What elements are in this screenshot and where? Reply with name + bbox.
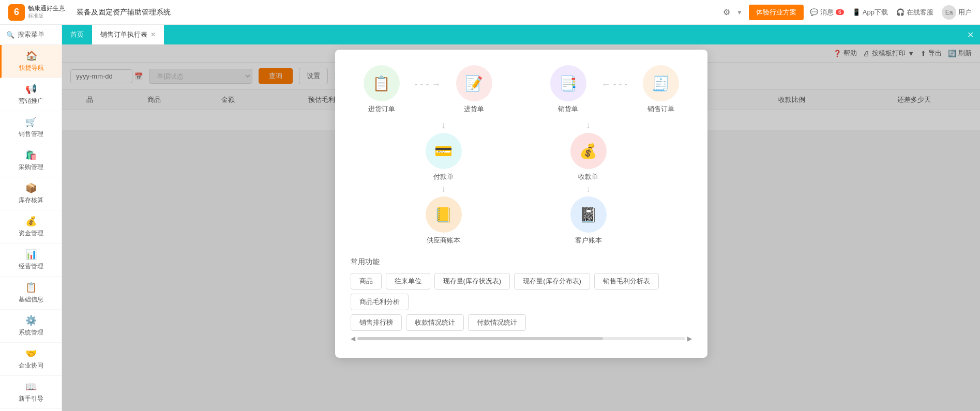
tab-sales-order-label: 销售订单执行表	[100, 30, 147, 39]
sidebar-item-enterprise[interactable]: 🤝 企业协同	[0, 343, 62, 376]
sidebar-label-inventory: 库存核算	[19, 196, 43, 205]
purchase-icon: 🛍️	[25, 149, 37, 161]
page-content: ❓ 帮助 🖨 按模板打印 ▼ ⬆ 导出 🔄 刷新	[62, 44, 980, 411]
flow-node-sales-order[interactable]: 🧾 销售订单	[630, 65, 692, 114]
common-title: 常用功能	[351, 257, 692, 267]
receipt-icon: 💰	[579, 143, 597, 160]
sidebar-item-basic-info[interactable]: 📋 基础信息	[0, 277, 62, 310]
logo-text-area: 畅康通好生意 标准版	[28, 5, 65, 20]
common-buttons-row-2: 销售排行榜 收款情况统计 付款情况统计	[351, 314, 692, 331]
sidebar-label-guide: 新手引导	[19, 394, 43, 403]
receipt-circle[interactable]: 💰	[570, 133, 607, 169]
sidebar-item-finance[interactable]: 💰 资金管理	[0, 210, 62, 243]
common-btn-sales-rank[interactable]: 销售排行榜	[351, 314, 402, 331]
sales-order-label: 销售订单	[647, 104, 674, 114]
inventory-icon: 📦	[25, 182, 37, 194]
sales-bill-circle[interactable]: 📑	[550, 65, 586, 101]
flow-node-sales-bill[interactable]: 📑 销货单	[537, 65, 599, 114]
sidebar-label-marketing: 营销推广	[19, 97, 43, 105]
sidebar-item-operation[interactable]: 📊 经营管理	[0, 243, 62, 277]
sidebar-item-quick-nav[interactable]: 🏠 快捷导航	[0, 45, 62, 78]
search-menu-icon: 🔍	[6, 31, 14, 39]
purchase-bill-label: 进货单	[464, 104, 484, 114]
avatar: Ea	[942, 5, 956, 20]
arrow-down-4: ↓	[586, 184, 591, 194]
search-menu-item[interactable]: 🔍 搜索菜单	[0, 25, 62, 45]
sidebar-label-enterprise: 企业协同	[19, 361, 43, 370]
logo-sub: 标准版	[28, 12, 65, 20]
sidebar-label-sys-mgmt: 系统管理	[19, 328, 43, 337]
arrow-down-2: ↓	[586, 120, 591, 131]
sales-order-icon: 🧾	[652, 75, 670, 92]
tab-close-icon[interactable]: ✕	[150, 31, 156, 38]
common-btn-receipt-stat[interactable]: 收款情况统计	[406, 314, 464, 331]
sidebar-item-guide[interactable]: 📖 新手引导	[0, 376, 62, 409]
flow-col-payment: ↓ 💳 付款单	[413, 118, 475, 181]
service-icon: 🎧	[896, 8, 904, 16]
message-label: 消息	[820, 8, 834, 17]
sales-bill-label: 销货单	[558, 104, 578, 114]
customer-account-label: 客户账本	[575, 236, 602, 245]
basic-info-icon: 📋	[25, 282, 37, 293]
flow-col-customer: ↓ 📓 客户账本	[557, 181, 620, 245]
app-container: 6 畅康通好生意 标准版 装备及固定资产辅助管理系统 ⚙ ▼ 体验行业方案 💬 …	[0, 0, 980, 411]
user-menu[interactable]: Ea 用户	[942, 5, 972, 20]
logo-area: 6 畅康通好生意 标准版	[8, 4, 70, 21]
scroll-left-icon[interactable]: ◀	[351, 335, 355, 342]
purchase-order-label: 进货订单	[368, 104, 395, 114]
supplier-account-icon: 📒	[434, 206, 453, 223]
sidebar-item-inventory[interactable]: 📦 库存核算	[0, 177, 62, 210]
message-button[interactable]: 💬 消息 6	[810, 8, 844, 17]
common-btn-partner[interactable]: 往来单位	[386, 273, 430, 290]
arrow-down-3: ↓	[441, 184, 446, 194]
common-btn-stock-status[interactable]: 现存量(库存状况表)	[434, 273, 510, 290]
payment-circle[interactable]: 💳	[426, 133, 462, 169]
header-right: 💬 消息 6 📱 App下载 🎧 在线客服 Ea 用户	[810, 5, 972, 20]
flow-node-payment[interactable]: 💳 付款单	[413, 133, 475, 181]
flow-node-receipt[interactable]: 💰 收款单	[557, 133, 620, 181]
supplier-account-circle[interactable]: 📒	[426, 196, 462, 233]
tab-bar-close-button[interactable]: ✕	[961, 30, 980, 40]
purchase-bill-icon: 📝	[465, 75, 483, 92]
scroll-track[interactable]	[357, 337, 685, 340]
flow-node-purchase-order[interactable]: 📋 进货订单	[351, 65, 413, 114]
common-btn-payment-stat[interactable]: 付款情况统计	[468, 314, 526, 331]
sidebar-item-sys-mgmt[interactable]: ⚙️ 系统管理	[0, 310, 62, 343]
sidebar-item-purchase[interactable]: 🛍️ 采购管理	[0, 144, 62, 177]
user-name: 用户	[958, 8, 972, 17]
sidebar-item-sales[interactable]: 🛒 销售管理	[0, 111, 62, 144]
common-section: 常用功能 商品 往来单位 现存量(库存状况表) 现存量(库存分布表) 销售毛利分…	[351, 257, 692, 331]
flow-node-customer-account[interactable]: 📓 客户账本	[557, 196, 620, 245]
common-btn-product[interactable]: 商品	[351, 273, 382, 290]
download-icon: 📱	[852, 8, 861, 16]
flow-node-supplier-account[interactable]: 📒 供应商账本	[413, 196, 475, 245]
payment-icon: 💳	[434, 143, 453, 160]
common-btn-product-gross[interactable]: 商品毛利分析	[351, 294, 409, 310]
customer-account-circle[interactable]: 📓	[570, 196, 607, 233]
app-download-button[interactable]: 📱 App下载	[852, 8, 888, 17]
arrow-right-1: - - - →	[413, 79, 443, 90]
try-industry-button[interactable]: 体验行业方案	[749, 5, 804, 20]
arrow-left-1: ← - - -	[599, 79, 630, 90]
tab-sales-order[interactable]: 销售订单执行表 ✕	[92, 25, 164, 44]
flow-node-purchase-bill[interactable]: 📝 进货单	[443, 65, 505, 114]
gear-button[interactable]: ⚙	[723, 7, 730, 17]
sidebar-label-quick-nav: 快捷导航	[19, 64, 44, 72]
sidebar-label-purchase: 采购管理	[19, 163, 43, 172]
common-btn-sales-gross[interactable]: 销售毛利分析表	[594, 273, 659, 290]
scroll-right-icon[interactable]: ▶	[687, 335, 692, 342]
sys-mgmt-icon: ⚙️	[25, 315, 37, 326]
sales-order-circle[interactable]: 🧾	[643, 65, 679, 101]
tab-home[interactable]: 首页	[62, 25, 92, 44]
sales-bill-icon: 📑	[559, 75, 577, 92]
online-service-button[interactable]: 🎧 在线客服	[896, 8, 933, 17]
sidebar-item-marketing[interactable]: 📢 营销推广	[0, 78, 62, 111]
scroll-thumb	[357, 337, 604, 340]
system-dropdown[interactable]: ▼	[736, 9, 743, 16]
purchase-order-circle[interactable]: 📋	[364, 65, 400, 101]
logo-name: 畅康通好生意	[28, 5, 65, 13]
payment-label: 付款单	[433, 172, 454, 181]
flow-col-sales-bill: 📑 销货单	[537, 65, 599, 114]
common-btn-stock-dist[interactable]: 现存量(库存分布表)	[514, 273, 590, 290]
purchase-bill-circle[interactable]: 📝	[456, 65, 492, 101]
